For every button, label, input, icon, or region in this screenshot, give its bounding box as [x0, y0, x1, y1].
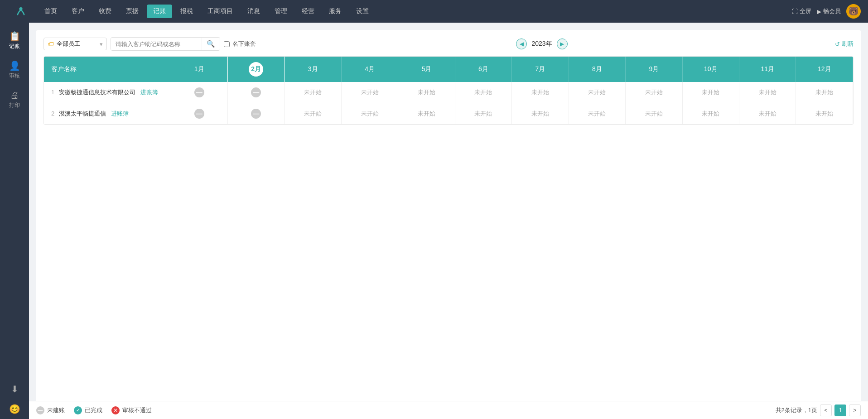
legend-completed: ✓ 已完成 [74, 406, 102, 414]
search-input[interactable] [111, 39, 202, 50]
nav-message[interactable]: 消息 [241, 5, 266, 18]
nav-fee[interactable]: 收费 [92, 5, 118, 18]
nav-setting[interactable]: 设置 [350, 5, 375, 18]
not-built-icon: — [251, 109, 261, 119]
nav-home[interactable]: 首页 [38, 5, 63, 18]
user-icon: 😊 [9, 405, 20, 414]
col-header-apr: 4月 [341, 57, 398, 82]
sidebar-item-audit[interactable]: 👤 审核 [0, 56, 29, 85]
client-name: 漠澳太平畅捷通信 [59, 110, 106, 117]
col-header-jun: 6月 [455, 57, 511, 82]
col-header-mar: 3月 [285, 57, 341, 82]
col-header-sep: 9月 [626, 57, 682, 82]
pagination: 共2条记录，1页 < 1 > [776, 405, 861, 416]
not-started-status: 未开始 [361, 110, 379, 117]
client-cell: 1 安徽畅捷通信息技术有限公司 进账簿 [44, 82, 171, 103]
nav-tax[interactable]: 报税 [174, 5, 199, 18]
next-page-button[interactable]: > [849, 405, 861, 416]
nav-right: ⛶ 全屏 ▶ 畅会员 🐻 [792, 4, 861, 19]
sidebar-item-download[interactable]: ⬇ [0, 379, 29, 399]
col-header-oct: 10月 [682, 57, 739, 82]
refresh-icon: ↺ [835, 41, 840, 48]
user-avatar[interactable]: 🐻 [846, 4, 861, 19]
not-started-status: 未开始 [815, 110, 833, 117]
col-header-jan: 1月 [171, 57, 227, 82]
current-month-circle: 2月 [249, 62, 263, 77]
not-started-status: 未开始 [759, 110, 776, 117]
not-started-status: 未开始 [474, 110, 492, 117]
fullscreen-button[interactable]: ⛶ 全屏 [792, 7, 811, 15]
col-header-may: 5月 [398, 57, 455, 82]
nav-bookkeeping[interactable]: 记账 [147, 5, 172, 18]
sidebar-item-print[interactable]: 🖨 打印 [0, 85, 29, 115]
next-year-button[interactable]: ▶ [557, 39, 568, 49]
main-table: 客户名称 1月 2月 3月 4月 5月 6月 7月 8月 9月 10月 11月 [44, 57, 853, 125]
footer: — 未建账 ✓ 已完成 ✕ 审核不通过 共2条记录，1页 < 1 > [29, 401, 868, 419]
month-cell-7: 未开始 [512, 103, 569, 125]
not-started-status: 未开始 [304, 110, 322, 117]
not-built-icon: — [194, 109, 204, 119]
vip-button[interactable]: ▶ 畅会员 [817, 7, 841, 15]
legend: — 未建账 ✓ 已完成 ✕ 审核不通过 [36, 406, 152, 414]
not-started-status: 未开始 [531, 89, 549, 96]
fullscreen-icon: ⛶ [792, 8, 798, 15]
sidebar-item-print-label: 打印 [9, 101, 20, 109]
client-name: 安徽畅捷通信息技术有限公司 [59, 89, 135, 96]
enter-account-link[interactable]: 进账簿 [140, 89, 158, 96]
nav-business[interactable]: 工商项目 [201, 5, 239, 18]
refresh-button[interactable]: ↺ 刷新 [835, 40, 854, 48]
enter-account-link[interactable]: 进账簿 [111, 110, 129, 117]
not-started-status: 未开始 [645, 89, 663, 96]
not-started-status: 未开始 [702, 110, 719, 117]
month-cell-4: 未开始 [341, 82, 398, 103]
col-header-aug: 8月 [569, 57, 625, 82]
sidebar-item-user[interactable]: 😊 [0, 399, 29, 419]
month-cell-12: 未开始 [796, 82, 853, 103]
col-header-jul: 7月 [512, 57, 569, 82]
employee-select[interactable]: 🏷 全部员工 ▾ [43, 38, 107, 50]
search-wrapper: 🔍 [111, 37, 220, 51]
employee-select-icon: 🏷 [48, 40, 54, 48]
nav-operation[interactable]: 经营 [295, 5, 321, 18]
nav-client[interactable]: 客户 [65, 5, 91, 18]
account-checkbox[interactable] [224, 41, 230, 47]
main-content: 🏷 全部员工 ▾ 🔍 名下账套 ◀ 2023年 ▶ ↺ 刷新 [29, 23, 868, 419]
col-header-nov: 11月 [739, 57, 796, 82]
table-row: 2 漠澳太平畅捷通信 进账簿 ——未开始未开始未开始未开始未开始未开始未开始未开… [44, 103, 853, 125]
refresh-label: 刷新 [842, 40, 854, 48]
month-cell-3: 未开始 [285, 103, 341, 125]
table-wrapper: 客户名称 1月 2月 3月 4月 5月 6月 7月 8月 9月 10月 11月 [43, 56, 854, 125]
employee-select-label: 全部员工 [57, 40, 80, 48]
nav-invoice[interactable]: 票据 [120, 5, 145, 18]
not-started-status: 未开始 [474, 89, 492, 96]
month-cell-10: 未开始 [682, 103, 739, 125]
bookkeeping-icon: 📋 [9, 32, 20, 41]
sidebar: 📋 记账 👤 审核 🖨 打印 ⬇ 😊 [0, 23, 29, 419]
nav-manage[interactable]: 管理 [268, 5, 294, 18]
page-1-button[interactable]: 1 [834, 405, 846, 416]
not-started-status: 未开始 [531, 110, 549, 117]
print-icon: 🖨 [10, 91, 19, 100]
client-cell: 2 漠澳太平畅捷通信 进账簿 [44, 103, 171, 125]
content-card: 🏷 全部员工 ▾ 🔍 名下账套 ◀ 2023年 ▶ ↺ 刷新 [36, 30, 861, 412]
not-started-status: 未开始 [588, 89, 606, 96]
month-cell-1: — [171, 103, 227, 125]
prev-year-button[interactable]: ◀ [516, 39, 527, 49]
prev-page-button[interactable]: < [820, 405, 832, 416]
not-started-status: 未开始 [759, 89, 776, 96]
legend-dot-teal: ✓ [74, 406, 82, 414]
year-display: 2023年 [531, 40, 552, 48]
month-cell-9: 未开始 [626, 103, 682, 125]
month-cell-11: 未开始 [739, 82, 796, 103]
month-cell-9: 未开始 [626, 82, 682, 103]
account-checkbox-label[interactable]: 名下账套 [224, 40, 256, 48]
search-button[interactable]: 🔍 [202, 38, 220, 50]
sidebar-item-bookkeeping[interactable]: 📋 记账 [0, 26, 29, 56]
not-started-status: 未开始 [645, 110, 663, 117]
dropdown-arrow-icon: ▾ [100, 41, 103, 48]
nav-service[interactable]: 服务 [323, 5, 348, 18]
legend-rejected: ✕ 审核不通过 [111, 406, 152, 414]
month-cell-10: 未开始 [682, 82, 739, 103]
col-header-client-name: 客户名称 [44, 57, 171, 82]
month-cell-6: 未开始 [455, 103, 511, 125]
